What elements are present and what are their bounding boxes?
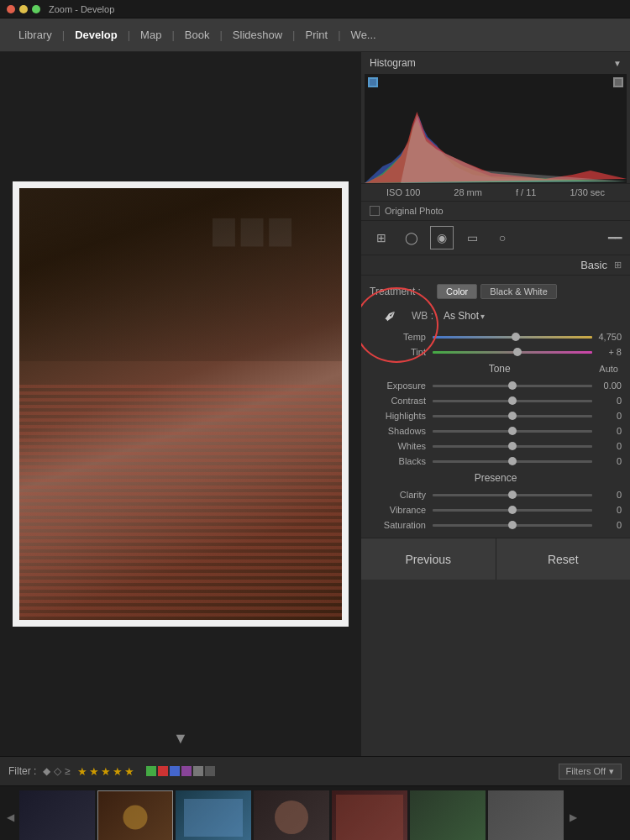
temp-slider-track[interactable] bbox=[433, 336, 592, 339]
tool-radial-filter-icon[interactable]: ○ bbox=[491, 226, 514, 249]
temp-slider-thumb[interactable] bbox=[512, 333, 520, 341]
filmstrip-prev-arrow[interactable]: ◀ bbox=[3, 790, 17, 841]
svg-rect-0 bbox=[213, 218, 235, 247]
black-white-button[interactable]: Black & White bbox=[480, 284, 556, 299]
blacks-track[interactable] bbox=[433, 460, 592, 463]
svg-rect-4 bbox=[184, 799, 243, 837]
saturation-track[interactable] bbox=[433, 524, 592, 527]
shadows-track[interactable] bbox=[433, 430, 592, 433]
film-thumb-2[interactable] bbox=[97, 790, 173, 841]
highlights-label: Highlights bbox=[370, 411, 433, 421]
wb-row: ✒ WB : As Shot ▾ bbox=[370, 302, 622, 329]
star-4[interactable]: ★ bbox=[113, 765, 123, 778]
histogram-dropdown-icon[interactable]: ▼ bbox=[613, 59, 622, 68]
shadows-label: Shadows bbox=[370, 426, 433, 436]
whites-thumb[interactable] bbox=[508, 442, 517, 450]
tone-curve-icon[interactable]: ━━ bbox=[608, 231, 622, 244]
nav-slideshow[interactable]: Slideshow bbox=[223, 18, 292, 51]
tint-slider-thumb[interactable] bbox=[513, 348, 522, 356]
vibrance-thumb[interactable] bbox=[508, 506, 517, 514]
nav-library[interactable]: Library bbox=[8, 18, 62, 51]
color-button[interactable]: Color bbox=[437, 284, 477, 299]
treatment-label: Treatment : bbox=[370, 286, 437, 297]
tone-title: Tone bbox=[403, 363, 596, 375]
basic-section-icon[interactable]: ⊞ bbox=[614, 260, 622, 270]
saturation-thumb[interactable] bbox=[508, 521, 517, 529]
star-2[interactable]: ★ bbox=[89, 765, 99, 778]
vibrance-track[interactable] bbox=[433, 509, 592, 512]
tint-label: Tint bbox=[370, 347, 433, 357]
tool-spot-heal-icon[interactable]: ◯ bbox=[400, 226, 423, 249]
basic-title: Basic bbox=[580, 259, 607, 271]
film-thumb-6[interactable] bbox=[410, 790, 486, 841]
color-red[interactable] bbox=[158, 766, 168, 776]
close-button[interactable] bbox=[7, 5, 15, 13]
photo-container[interactable] bbox=[13, 181, 349, 627]
clarity-track[interactable] bbox=[433, 494, 592, 496]
nav-map[interactable]: Map bbox=[130, 18, 171, 51]
filter-reject-icon[interactable]: ≥ bbox=[65, 765, 71, 777]
basic-panel: Treatment : Color Black & White ✒ WB : A… bbox=[361, 275, 630, 538]
eyedropper-icon[interactable]: ✒ bbox=[379, 304, 403, 328]
contrast-thumb[interactable] bbox=[508, 396, 517, 405]
contrast-track[interactable] bbox=[433, 400, 592, 402]
film-thumb-7[interactable] bbox=[488, 790, 564, 841]
nav-book[interactable]: Book bbox=[175, 18, 220, 51]
photo-image bbox=[19, 188, 342, 620]
highlights-track[interactable] bbox=[433, 415, 592, 417]
maximize-button[interactable] bbox=[32, 5, 40, 13]
nav-develop[interactable]: Develop bbox=[65, 18, 128, 51]
color-blue[interactable] bbox=[170, 766, 180, 776]
tool-graduated-filter-icon[interactable]: ▭ bbox=[460, 226, 484, 249]
film-thumb-3[interactable] bbox=[176, 790, 251, 841]
highlights-thumb[interactable] bbox=[508, 412, 517, 420]
minimize-button[interactable] bbox=[19, 5, 28, 13]
meta-focal: 28 mm bbox=[454, 187, 482, 197]
original-photo-checkbox[interactable] bbox=[370, 206, 380, 216]
star-filter[interactable]: ★ ★ ★ ★ ★ bbox=[77, 765, 134, 778]
color-none2[interactable] bbox=[205, 766, 215, 776]
vibrance-row: Vibrance 0 bbox=[370, 502, 622, 517]
tool-crop-icon[interactable]: ⊞ bbox=[370, 226, 393, 249]
color-none[interactable] bbox=[193, 766, 203, 776]
main-layout: ▼ Histogram ▼ ISO 100 2 bbox=[0, 52, 630, 756]
filter-unflag-icon[interactable]: ◇ bbox=[54, 765, 61, 777]
temp-label: Temp bbox=[370, 332, 433, 342]
star-3[interactable]: ★ bbox=[101, 765, 111, 778]
presence-title: Presence bbox=[475, 472, 517, 484]
film-thumb-1[interactable] bbox=[19, 790, 95, 841]
reset-button[interactable]: Reset bbox=[496, 538, 631, 580]
clarity-thumb[interactable] bbox=[508, 491, 517, 499]
filmstrip-next-arrow[interactable]: ▶ bbox=[566, 790, 580, 841]
color-green[interactable] bbox=[146, 766, 156, 776]
whites-track[interactable] bbox=[433, 445, 592, 448]
tool-adjustment-brush-icon[interactable]: ◉ bbox=[430, 226, 454, 249]
meta-shutter: 1/30 sec bbox=[570, 187, 605, 197]
window-controls[interactable] bbox=[7, 5, 40, 13]
bottom-buttons: Previous Reset bbox=[361, 538, 630, 580]
blacks-thumb[interactable] bbox=[508, 457, 517, 465]
blacks-label: Blacks bbox=[370, 456, 433, 466]
film-thumb-5[interactable] bbox=[332, 790, 407, 841]
star-1[interactable]: ★ bbox=[77, 765, 87, 778]
scroll-arrow[interactable]: ▼ bbox=[173, 730, 188, 748]
star-5[interactable]: ★ bbox=[124, 765, 134, 778]
contrast-value: 0 bbox=[592, 396, 622, 406]
wb-dropdown-icon[interactable]: ▾ bbox=[480, 312, 485, 321]
original-photo-label: Original Photo bbox=[385, 206, 444, 216]
shadows-thumb[interactable] bbox=[508, 427, 517, 435]
previous-button[interactable]: Previous bbox=[361, 538, 496, 580]
exposure-track[interactable] bbox=[433, 385, 592, 387]
color-purple[interactable] bbox=[181, 766, 192, 776]
film-thumb-4[interactable] bbox=[254, 790, 329, 841]
vibrance-value: 0 bbox=[592, 505, 622, 515]
auto-button[interactable]: Auto bbox=[596, 363, 622, 375]
filter-flag-icon[interactable]: ◆ bbox=[43, 765, 50, 777]
nav-more[interactable]: We... bbox=[341, 18, 386, 51]
tint-slider-track[interactable] bbox=[433, 351, 592, 354]
nav-print[interactable]: Print bbox=[295, 18, 338, 51]
saturation-label: Saturation bbox=[370, 520, 433, 530]
exposure-thumb[interactable] bbox=[508, 381, 517, 390]
filters-off-dropdown[interactable]: Filters Off ▾ bbox=[559, 764, 622, 780]
temp-value: 4,750 bbox=[592, 332, 622, 342]
